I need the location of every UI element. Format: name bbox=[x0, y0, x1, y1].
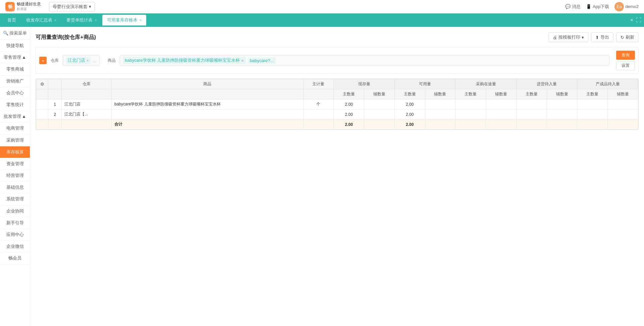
th-available-group: 可用量 bbox=[394, 79, 455, 89]
search-label: 搜索菜单 bbox=[9, 31, 27, 36]
home-tab-label: 首页 bbox=[7, 17, 16, 23]
th-stock-group: 现存量 bbox=[334, 79, 395, 89]
sidebar-item-basic-info[interactable]: 基础信息 bbox=[0, 182, 30, 193]
inventory-table: ⚙ 仓库 商品 主计量 现存量 可用量 采购在途量 进货待入量 产成品待入量 bbox=[36, 79, 638, 130]
top-bar: 畅 畅捷通好生意 标准版 母婴行业演示账套 ▾ 💬 消息 📱 App下载 Ea … bbox=[0, 0, 644, 13]
sidebar-item-retail-stats[interactable]: 零售统计 bbox=[0, 99, 30, 111]
th-stock-aux: 辅数量 bbox=[364, 89, 395, 99]
sidebar-item-system[interactable]: 系统管理 bbox=[0, 193, 30, 205]
product-label: 商品 bbox=[108, 58, 116, 63]
fullscreen-btn[interactable]: ⛶ bbox=[636, 17, 641, 23]
order-stats-tab-label: 要货单统计表 bbox=[66, 17, 93, 23]
close-order-stats-tab[interactable]: × bbox=[95, 18, 97, 22]
filter-expand-btn[interactable]: » bbox=[39, 57, 47, 64]
sidebar-item-inventory[interactable]: 库存核算 bbox=[0, 146, 30, 158]
th-purchase-in-group: 采购在途量 bbox=[455, 79, 517, 89]
warehouse-filter[interactable]: 江北门店 × ... bbox=[63, 55, 100, 65]
warehouse-more-btn[interactable]: ... bbox=[93, 58, 97, 63]
warehouse-label: 仓库 bbox=[51, 58, 59, 63]
sidebar-item-ecommerce[interactable]: 电商管理 bbox=[0, 123, 30, 134]
product-tag-2: babycare?... bbox=[248, 57, 276, 64]
sidebar-item-wholesale-mgmt[interactable]: 批发管理 ▲ bbox=[0, 111, 30, 123]
tab-order-stats[interactable]: 要货单统计表 × bbox=[62, 15, 101, 26]
total-avail-main: 2.00 bbox=[394, 120, 425, 130]
nav-tabs: 首页 收发存汇总表 × 要货单统计表 × 可用量库存账本 × × ⛶ bbox=[0, 13, 644, 27]
print-btn[interactable]: 🖨 按模板打印 ▾ bbox=[548, 32, 588, 42]
th-main-unit: 主计量 bbox=[303, 79, 334, 89]
sidebar-item-enterprise-collab[interactable]: 企业协同 bbox=[0, 205, 30, 217]
message-btn[interactable]: 💬 消息 bbox=[565, 4, 581, 10]
avatar: Ea bbox=[614, 2, 624, 11]
product-tag-1: babycare学饮杯 儿童防摔防撞吸管杯重力球吸嘴杯宝宝水杯 × bbox=[123, 57, 246, 64]
sidebar-item-purchase[interactable]: 采购管理 bbox=[0, 135, 30, 146]
brand-subtitle: 标准版 bbox=[17, 7, 41, 11]
th-arrival-aux: 辅数量 bbox=[547, 89, 577, 99]
table-wrapper: ⚙ 仓库 商品 主计量 现存量 可用量 采购在途量 进货待入量 产成品待入量 bbox=[36, 79, 639, 130]
remove-warehouse-tag[interactable]: × bbox=[87, 58, 89, 62]
sidebar: 🔍 搜索菜单 快捷导航 零售管理 ▲ 零售商城 营销推广 会员中心 零售统计 批… bbox=[0, 27, 30, 326]
gear-icon[interactable]: ⚙ bbox=[40, 82, 44, 87]
th-avail-aux: 辅数量 bbox=[425, 89, 455, 99]
export-btn[interactable]: ⬆ 导出 bbox=[591, 32, 613, 42]
th-product: 商品 bbox=[112, 79, 304, 89]
main-layout: 🔍 搜索菜单 快捷导航 零售管理 ▲ 零售商城 营销推广 会员中心 零售统计 批… bbox=[0, 27, 644, 326]
th-arrival-group: 进货待入量 bbox=[516, 79, 577, 89]
th-product-in-aux: 辅数量 bbox=[608, 89, 638, 99]
close-summary-tab[interactable]: × bbox=[54, 18, 56, 22]
brand-logo: 畅 畅捷通好生意 标准版 bbox=[5, 2, 41, 12]
close-available-inventory-tab[interactable]: × bbox=[140, 18, 142, 22]
sidebar-item-retail-mall[interactable]: 零售商城 bbox=[0, 63, 30, 75]
print-icon: 🖨 bbox=[553, 35, 557, 40]
sidebar-item-retail-mgmt[interactable]: 零售管理 ▲ bbox=[0, 52, 30, 63]
table-row: 1 江北门店 babycare学饮杯 儿童防摔防撞吸管杯重力球吸嘴杯宝宝水杯 个… bbox=[36, 99, 638, 109]
total-stock-main: 2.00 bbox=[334, 120, 364, 130]
table-row: 2 江北门店【... 2.00 2.00 bbox=[36, 109, 638, 120]
tab-home[interactable]: 首页 bbox=[3, 15, 21, 26]
app-download-btn[interactable]: 📱 App下载 bbox=[586, 4, 609, 10]
filter-actions: 查询 设置 bbox=[616, 51, 635, 70]
wholesale-expand-icon: ▲ bbox=[22, 113, 26, 120]
summary-tab-label: 收发存汇总表 bbox=[26, 17, 52, 23]
th-product-in-group: 产成品待入量 bbox=[577, 79, 638, 89]
sidebar-item-enterprise-wechat[interactable]: 企业微信 bbox=[0, 241, 30, 252]
available-inventory-tab-label: 可用量库存账本 bbox=[107, 17, 138, 23]
user-menu[interactable]: Ea demo2 bbox=[614, 2, 639, 11]
query-btn[interactable]: 查询 bbox=[616, 51, 635, 60]
brand-title: 畅捷通好生意 bbox=[17, 2, 41, 7]
tab-summary[interactable]: 收发存汇总表 × bbox=[21, 15, 61, 26]
close-all-tabs-btn[interactable]: × bbox=[630, 17, 633, 23]
sidebar-item-marketing[interactable]: 营销推广 bbox=[0, 76, 30, 87]
top-bar-left: 畅 畅捷通好生意 标准版 母婴行业演示账套 ▾ bbox=[5, 2, 95, 12]
sidebar-search[interactable]: 🔍 搜索菜单 bbox=[0, 27, 30, 40]
search-icon: 🔍 bbox=[3, 31, 8, 36]
th-stock-main: 主数量 bbox=[334, 89, 364, 99]
nav-right-icons: × ⛶ bbox=[630, 17, 641, 23]
sidebar-item-member-center[interactable]: 会员中心 bbox=[0, 87, 30, 99]
sidebar-item-member[interactable]: 畅会员 bbox=[0, 252, 30, 264]
product-filter[interactable]: babycare学饮杯 儿童防摔防撞吸管杯重力球吸嘴杯宝宝水杯 × babyca… bbox=[120, 55, 609, 65]
th-avail-main: 主数量 bbox=[394, 89, 425, 99]
refresh-btn[interactable]: ↻ 刷新 bbox=[616, 32, 639, 42]
total-label: 合计 bbox=[112, 120, 304, 130]
print-dropdown-icon: ▾ bbox=[582, 35, 584, 40]
sidebar-item-finance[interactable]: 资金管理 bbox=[0, 158, 30, 170]
remove-product-tag-1[interactable]: × bbox=[241, 58, 244, 63]
page-container: 可用量查询(按仓库+商品) 🖨 按模板打印 ▾ ⬆ 导出 ↻ 刷新 bbox=[30, 27, 644, 326]
sidebar-item-operations[interactable]: 经营管理 bbox=[0, 170, 30, 182]
th-purchase-in-aux: 辅数量 bbox=[486, 89, 517, 99]
export-icon: ⬆ bbox=[595, 35, 599, 40]
page-header: 可用量查询(按仓库+商品) 🖨 按模板打印 ▾ ⬆ 导出 ↻ 刷新 bbox=[36, 32, 639, 42]
setting-btn[interactable]: 设置 bbox=[616, 61, 635, 70]
sidebar-item-onboarding[interactable]: 新手引导 bbox=[0, 217, 30, 229]
warehouse-tag: 江北门店 × bbox=[66, 57, 91, 64]
total-row: 合计 2.00 2.00 bbox=[36, 120, 638, 130]
sidebar-item-app-center[interactable]: 应用中心 bbox=[0, 229, 30, 241]
th-purchase-in-main: 主数量 bbox=[455, 89, 486, 99]
th-gear: ⚙ bbox=[36, 79, 48, 89]
sidebar-quick-nav[interactable]: 快捷导航 bbox=[0, 40, 30, 52]
th-no bbox=[48, 79, 62, 89]
th-warehouse: 仓库 bbox=[62, 79, 112, 89]
chevron-down-icon: ▾ bbox=[89, 4, 91, 9]
tab-available-inventory[interactable]: 可用量库存账本 × bbox=[102, 15, 146, 26]
org-selector[interactable]: 母婴行业演示账套 ▾ bbox=[49, 2, 95, 11]
